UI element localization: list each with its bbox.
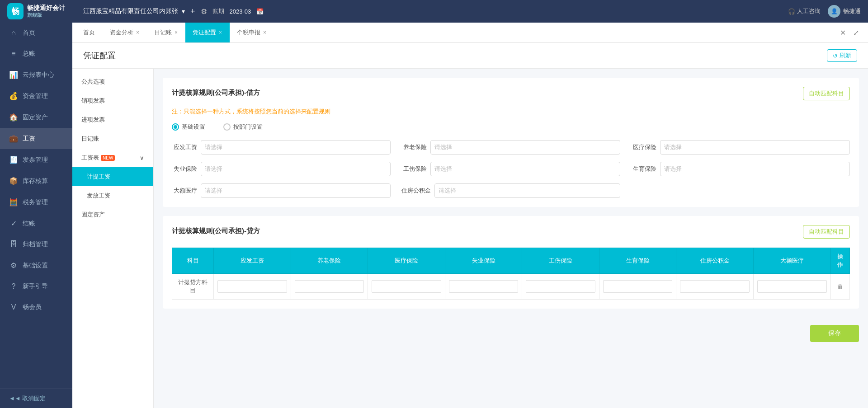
sidebar-item-invoice[interactable]: 🧾 发票管理 [0,149,72,170]
select-dae[interactable]: 请选择 [201,183,391,198]
sidebar-item-reports[interactable]: 📊 云报表中心 [0,64,72,85]
radio-basic-btn[interactable] [172,123,179,131]
select-gongshang[interactable]: 请选择 [430,162,620,176]
sidebar-item-guide[interactable]: ? 新手引导 [0,276,72,297]
cell-row-yingfa[interactable] [214,274,291,300]
nav-item-payment[interactable]: 发放工资 [72,186,153,205]
sidebar-item-tax[interactable]: 🧮 税务管理 [0,192,72,213]
refresh-icon: ↺ [833,52,838,59]
nav-item-fixed-assets[interactable]: 固定资产 [72,205,153,224]
sidebar-item-archive[interactable]: 🗄 归档管理 [0,234,72,255]
input-row-dae[interactable] [757,280,827,293]
label-shengyu: 生育保险 [631,165,656,173]
headset-icon: 🎧 [788,8,795,15]
close-window-button[interactable]: ✕ [838,27,848,39]
radio-basic[interactable]: 基础设置 [172,123,205,131]
sidebar-item-vip[interactable]: V 畅会员 [0,297,72,318]
field-shiye: 失业保险 请选择 [172,162,391,176]
auto-match-borrow-button[interactable]: 自动匹配科目 [803,87,850,100]
input-row-gongshang[interactable] [526,280,595,293]
cell-row-yanglao[interactable] [291,274,368,300]
sidebar-item-assets[interactable]: 🏠 固定资产 [0,107,72,128]
period-value: 2023-03 [230,8,251,15]
table-header-row: 科目 应发工资 养老保险 医疗保险 失业保险 工伤保险 生育保险 住房公积金 大… [172,248,850,274]
sidebar-item-closing[interactable]: ✓ 结账 [0,213,72,234]
sidebar-label-reports: 云报表中心 [23,71,54,79]
input-row-yiliao[interactable] [372,280,441,293]
capital-icon: 💰 [9,92,18,100]
user-info[interactable]: 👤 畅捷通 [828,5,861,18]
sidebar-item-home[interactable]: ⌂ 首页 [0,23,72,43]
select-yanglao-placeholder: 请选择 [434,143,452,151]
input-row-shengyu[interactable] [603,280,673,293]
logo: 畅 畅捷通好会计 旗舰版 [7,3,80,19]
settings-button[interactable]: ⚙ [201,7,207,16]
top-bar-right: 🎧 人工咨询 👤 畅捷通 [788,5,861,18]
nav-item-journal[interactable]: 日记账 [72,129,153,148]
cell-row-action[interactable]: 🗑 [830,274,849,300]
company-dropdown-icon[interactable]: ▾ [182,8,185,15]
tab-journal[interactable]: 日记账 × [147,23,185,42]
select-yiliao[interactable]: 请选择 [660,140,850,155]
cell-row-shiye[interactable] [445,274,522,300]
input-row-shiye[interactable] [449,280,519,293]
cell-row-gjj[interactable] [676,274,754,300]
borrow-note: 注：只能选择一种方式，系统将按照您当前的选择来配置规则 [172,108,850,116]
radio-basic-label: 基础设置 [182,123,205,131]
tab-close-capital[interactable]: × [136,29,139,36]
sidebar-label-archive: 归档管理 [23,240,48,249]
nav-item-purchase[interactable]: 进项发票 [72,110,153,129]
radio-dept-btn[interactable] [223,123,231,131]
select-gjj[interactable]: 请选择 [434,183,620,198]
page-title: 凭证配置 [83,50,116,61]
tab-label-home: 首页 [83,28,95,37]
nav-item-accrual[interactable]: 计提工资 [72,167,153,186]
expand-window-button[interactable]: ⤢ [851,27,861,39]
delete-row-icon[interactable]: 🗑 [837,283,843,290]
logo-name: 畅捷通好会计 [27,4,65,12]
calendar-icon[interactable]: 📅 [256,8,264,15]
tab-tax[interactable]: 个税申报 × [230,23,274,42]
sidebar-item-capital[interactable]: 💰 资金管理 [0,85,72,107]
tab-close-journal[interactable]: × [175,29,178,36]
nav-item-sales[interactable]: 销项发票 [72,91,153,110]
cell-row-gongshang[interactable] [522,274,599,300]
input-row-yingfa[interactable] [217,280,287,293]
vip-icon: V [9,303,18,311]
sidebar-label-invoice: 发票管理 [23,156,48,164]
sidebar-item-salary[interactable]: 💼 工资 [0,128,72,149]
tab-capital[interactable]: 资金分析 × [103,23,147,42]
add-button[interactable]: + [190,7,195,16]
borrow-section-title: 计提核算规则(公司承担)-借方 [172,89,260,97]
save-button[interactable]: 保存 [810,325,859,342]
cell-row-shengyu[interactable] [599,274,676,300]
tab-home[interactable]: 首页 [76,23,103,42]
company-selector[interactable]: 江西服宝精品有限责任公司内账张 ▾ [83,7,185,15]
service-button[interactable]: 🎧 人工咨询 [788,7,821,15]
select-shengyu[interactable]: 请选择 [660,162,850,176]
radio-dept[interactable]: 按部门设置 [223,123,263,131]
nav-item-public[interactable]: 公共选项 [72,72,153,91]
tab-voucher[interactable]: 凭证配置 × [185,23,230,42]
sidebar-item-ledger[interactable]: ≡ 总账 [0,43,72,64]
cell-row-yiliao[interactable] [368,274,445,300]
tab-close-tax[interactable]: × [263,29,266,36]
input-row-yanglao[interactable] [295,280,364,293]
borrow-section: 计提核算规则(公司承担)-借方 自动匹配科目 注：只能选择一种方式，系统将按照您… [163,78,859,207]
select-yingfa[interactable]: 请选择 [201,140,391,155]
auto-match-credit-button[interactable]: 自动匹配科目 [803,225,850,239]
refresh-button[interactable]: ↺ 刷新 [827,49,857,62]
select-yingfa-placeholder: 请选择 [205,143,222,151]
sidebar-item-inventory[interactable]: 📦 库存核算 [0,170,72,192]
nav-label-payroll-table: 工资表 [81,154,99,162]
nav-item-payroll-table[interactable]: 工资表 NEW ∨ [72,148,153,167]
sidebar-unpin-button[interactable]: ◄◄ 取消固定 [0,389,72,408]
tab-close-voucher[interactable]: × [219,29,222,36]
closing-icon: ✓ [9,219,18,228]
select-yanglao[interactable]: 请选择 [430,140,620,155]
select-shiye[interactable]: 请选择 [201,162,391,176]
sidebar-item-settings[interactable]: ⚙ 基础设置 [0,255,72,276]
input-row-gjj[interactable] [680,280,750,293]
guide-icon: ? [9,282,18,291]
cell-row-dae[interactable] [753,274,830,300]
